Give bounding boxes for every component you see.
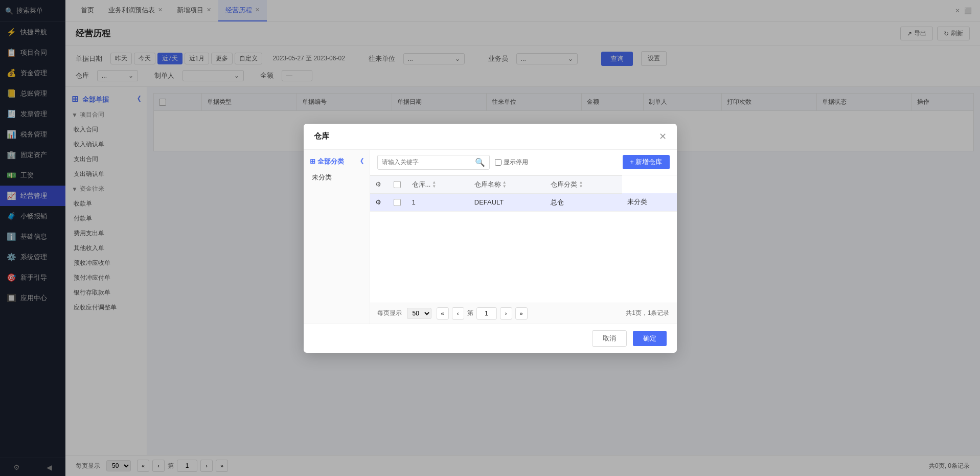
row-select-checkbox[interactable] (394, 199, 401, 206)
row-id: 1 (407, 193, 469, 211)
search-icon: 🔍 (475, 157, 485, 167)
th-category: 仓库分类 ▲▼ (545, 175, 622, 193)
dialog-left-header: ⊞ 全部分类 《 (304, 154, 370, 169)
sort-arrows-name: ▲▼ (503, 180, 507, 189)
dialog-close-button[interactable]: ✕ (659, 131, 667, 142)
category-col-sort[interactable]: 仓库分类 ▲▼ (551, 180, 583, 189)
dialog-title: 仓库 (314, 131, 329, 141)
name-col-sort[interactable]: 仓库名称 ▲▼ (474, 180, 507, 189)
dialog-last-btn[interactable]: » (515, 307, 528, 320)
sort-arrows-cat: ▲▼ (579, 180, 583, 189)
dialog-right-panel: 🔍 显示停用 + 新增仓库 ⚙ 仓 (370, 150, 677, 324)
row-name: 总仓 (545, 193, 622, 211)
dialog-collapse-icon[interactable]: 《 (357, 157, 363, 166)
th-code: 仓库... ▲▼ (407, 175, 469, 193)
all-category-label: 全部分类 (317, 157, 344, 166)
dialog-first-btn[interactable]: « (437, 307, 449, 320)
row-category: 未分类 (622, 193, 676, 211)
dialog-total: 共1页，1条记录 (626, 309, 669, 318)
row-checkbox (389, 193, 407, 211)
dialog-body: ⊞ 全部分类 《 未分类 🔍 显示停用 + 新增仓库 (304, 150, 677, 324)
grid-icon: ⊞ (310, 157, 315, 165)
table-row[interactable]: ⚙ 1 DEFAULT 总仓 未分类 (370, 193, 677, 211)
dialog-table-wrap: ⚙ 仓库... ▲▼ 仓库名称 ▲ (370, 175, 677, 303)
sort-arrows: ▲▼ (432, 180, 436, 189)
row-code: DEFAULT (469, 193, 546, 211)
dialog-next-btn[interactable]: › (500, 307, 512, 320)
dialog-left-panel: ⊞ 全部分类 《 未分类 (304, 150, 370, 324)
dialog-toolbar: 🔍 显示停用 + 新增仓库 (370, 150, 677, 175)
dialog-select-all[interactable] (394, 181, 401, 188)
dialog-search-box[interactable]: 🔍 (377, 155, 490, 170)
dialog-header: 仓库 ✕ (304, 124, 677, 150)
row-settings: ⚙ (370, 193, 389, 211)
dialog-page-size-label: 每页显示 (377, 309, 402, 318)
add-warehouse-button[interactable]: + 新增仓库 (623, 155, 669, 169)
dialog-prev-btn[interactable]: ‹ (452, 307, 464, 320)
code-col-sort[interactable]: 仓库... ▲▼ (412, 180, 437, 189)
dialog-footer-bar: 每页显示 50 « ‹ 第 › » 共1页，1条记录 (370, 303, 677, 324)
dialog-uncategorized[interactable]: 未分类 (304, 169, 370, 186)
cancel-button[interactable]: 取消 (592, 330, 627, 347)
warehouse-dialog: 仓库 ✕ ⊞ 全部分类 《 未分类 🔍 显示 (304, 124, 677, 353)
th-name: 仓库名称 ▲▼ (469, 175, 546, 193)
th-settings: ⚙ (370, 175, 389, 193)
warehouse-table: ⚙ 仓库... ▲▼ 仓库名称 ▲ (370, 175, 677, 212)
dialog-page-input[interactable] (476, 307, 497, 320)
dialog-page-size-select[interactable]: 50 (407, 308, 431, 319)
th-checkbox (389, 175, 407, 193)
dialog-pagination: « ‹ 第 › » (437, 307, 528, 320)
show-disabled-text: 显示停用 (504, 158, 528, 167)
dialog-page-label: 第 (467, 309, 473, 318)
dialog-actions: 取消 确定 (304, 324, 677, 353)
show-disabled-label[interactable]: 显示停用 (495, 158, 528, 167)
confirm-button[interactable]: 确定 (633, 331, 667, 346)
show-disabled-checkbox[interactable] (495, 159, 502, 166)
row-settings-icon[interactable]: ⚙ (375, 198, 381, 206)
dialog-search-input[interactable] (382, 158, 472, 166)
